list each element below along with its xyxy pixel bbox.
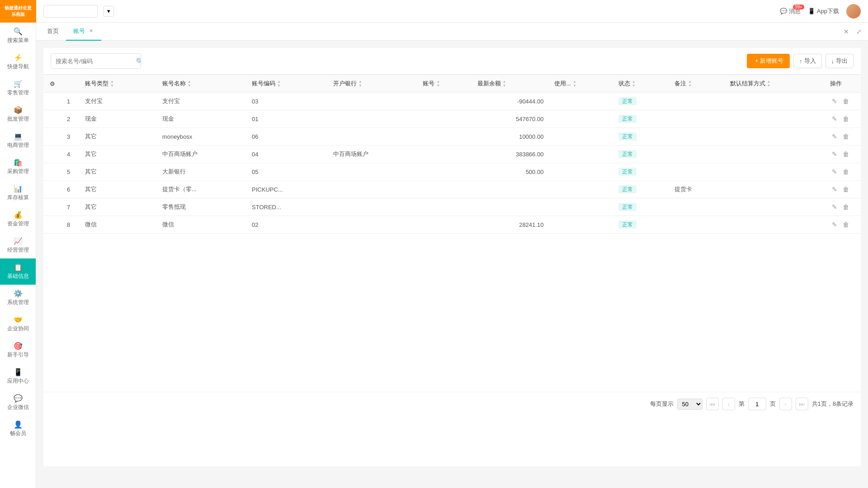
delete-icon[interactable]: 🗑 <box>843 150 849 158</box>
row-account-code: PICKUPC... <box>246 181 328 198</box>
row-operation: ✎ 🗑 <box>825 145 861 163</box>
tab-expand-icon[interactable]: ⤢ <box>854 26 864 37</box>
app-download-button[interactable]: 📱 App下载 <box>808 7 839 15</box>
tab-home[interactable]: 首页 <box>40 23 66 41</box>
header-left: ▾ <box>43 5 114 18</box>
row-settings <box>43 216 61 234</box>
sidebar-item-operations-mgmt[interactable]: 📈 经营管理 <box>0 232 36 258</box>
table-row: 8 微信 微信 02 28241.10 正常 ✎ 🗑 <box>43 216 861 234</box>
prev-page-button[interactable]: ‹ <box>722 398 735 410</box>
page-size-select[interactable]: 50 20 100 <box>677 399 703 410</box>
row-num: 5 <box>61 163 80 181</box>
message-badge: 99+ <box>793 5 804 9</box>
row-num: 4 <box>61 145 80 163</box>
col-remark[interactable]: 备注▲▼ <box>669 75 724 93</box>
col-open-bank[interactable]: 开户银行▲▼ <box>328 75 417 93</box>
col-default-settlement[interactable]: 默认结算方式▲▼ <box>725 75 825 93</box>
edit-icon[interactable]: ✎ <box>832 186 837 193</box>
new-guide-icon: 🎯 <box>2 342 34 350</box>
message-button[interactable]: 💬 消息 99+ <box>780 7 801 15</box>
edit-icon[interactable]: ✎ <box>832 203 837 211</box>
edit-icon[interactable]: ✎ <box>832 221 837 228</box>
row-operation: ✎ 🗑 <box>825 110 861 128</box>
col-account-no[interactable]: 账号▲▼ <box>417 75 472 93</box>
sidebar-item-purchase-mgmt[interactable]: 🛍️ 采购管理 <box>0 154 36 180</box>
chevron-down-icon: ▾ <box>107 8 110 14</box>
top-header: ▾ 💬 消息 99+ 📱 App下载 <box>36 0 868 23</box>
add-account-button[interactable]: + 新增账号 <box>747 54 790 68</box>
col-account-type[interactable]: 账号类型▲▼ <box>80 75 157 93</box>
sidebar-item-retail-mgmt[interactable]: 🛒 零售管理 <box>0 75 36 101</box>
sidebar-item-new-guide[interactable]: 🎯 新手引导 <box>0 337 36 363</box>
row-num: 1 <box>61 93 80 110</box>
table-row: 6 其它 提货卡（零... PICKUPC... 正常 提货卡 ✎ 🗑 <box>43 181 861 198</box>
export-button[interactable]: ↓ 导出 <box>826 54 854 68</box>
delete-icon[interactable]: 🗑 <box>843 115 849 122</box>
sidebar-item-capital-mgmt[interactable]: 💰 资金管理 <box>0 206 36 232</box>
col-account-code[interactable]: 账号编码▲▼ <box>246 75 328 93</box>
sidebar-item-enterprise-agreement[interactable]: 🤝 企业协同 <box>0 311 36 337</box>
quick-nav-icon: ⚡ <box>2 53 34 62</box>
search-menu-icon: 🔍 <box>2 27 34 36</box>
sidebar-item-basic-info[interactable]: 📋 基础信息 <box>0 258 36 285</box>
edit-icon[interactable]: ✎ <box>832 98 837 105</box>
row-latest-balance: 10000.00 <box>472 128 549 145</box>
tab-account[interactable]: 账号 ✕ <box>66 23 101 41</box>
sidebar-item-member[interactable]: 👤 畅会员 <box>0 416 36 442</box>
row-remark <box>669 110 724 128</box>
col-usage[interactable]: 使用...▲▼ <box>549 75 613 93</box>
col-num <box>61 75 80 93</box>
top-search-input[interactable] <box>43 5 98 18</box>
next-page-button[interactable]: › <box>779 398 792 410</box>
edit-icon[interactable]: ✎ <box>832 150 837 158</box>
tab-close-all-icon[interactable]: ✕ <box>841 26 852 37</box>
sidebar-item-ecommerce-mgmt[interactable]: 💻 电商管理 <box>0 127 36 154</box>
row-latest-balance: 28241.10 <box>472 216 549 234</box>
user-avatar[interactable] <box>846 4 861 19</box>
sidebar-item-enterprise-wechat[interactable]: 💬 企业微信 <box>0 389 36 416</box>
row-account-type: 其它 <box>80 128 157 145</box>
col-latest-balance[interactable]: 最新余额▲▼ <box>472 75 549 93</box>
last-page-button[interactable]: ⏭ <box>796 398 808 410</box>
delete-icon[interactable]: 🗑 <box>843 98 849 105</box>
import-button[interactable]: ↑ 导入 <box>793 54 822 68</box>
row-status: 正常 <box>613 163 669 181</box>
col-account-name[interactable]: 账号名称▲▼ <box>157 75 246 93</box>
search-input[interactable] <box>51 55 136 67</box>
row-usage <box>549 181 613 198</box>
edit-icon[interactable]: ✎ <box>832 133 837 140</box>
sidebar-item-inventory[interactable]: 📊 库存核算 <box>0 180 36 206</box>
row-settings <box>43 110 61 128</box>
delete-icon[interactable]: 🗑 <box>843 221 849 228</box>
row-default-settlement <box>725 128 825 145</box>
row-operation: ✎ 🗑 <box>825 163 861 181</box>
total-info: 共1页，8条记录 <box>812 400 854 408</box>
row-open-bank <box>328 216 417 234</box>
sidebar-item-wholesale-mgmt[interactable]: 📦 批发管理 <box>0 101 36 127</box>
account-tab-close[interactable]: ✕ <box>88 28 94 34</box>
basic-info-icon: 📋 <box>2 263 34 272</box>
col-status[interactable]: 状态▲▼ <box>613 75 669 93</box>
edit-icon[interactable]: ✎ <box>832 168 837 175</box>
toolbar-right: + 新增账号 ↑ 导入 ↓ 导出 <box>747 54 854 68</box>
sidebar-item-search-menu[interactable]: 🔍 搜索菜单 <box>0 23 36 49</box>
page-input[interactable] <box>748 398 766 410</box>
dropdown-button[interactable]: ▾ <box>103 6 114 17</box>
search-button[interactable]: 🔍 <box>136 54 141 68</box>
row-usage <box>549 93 613 110</box>
col-settings[interactable]: ⚙ <box>43 75 61 93</box>
row-default-settlement <box>725 110 825 128</box>
delete-icon[interactable]: 🗑 <box>843 186 849 193</box>
page-label2: 页 <box>770 400 776 408</box>
delete-icon[interactable]: 🗑 <box>843 168 849 175</box>
sidebar-item-quick-nav[interactable]: ⚡ 快捷导航 <box>0 49 36 75</box>
delete-icon[interactable]: 🗑 <box>843 133 849 140</box>
sidebar-item-app-center[interactable]: 📱 应用中心 <box>0 363 36 389</box>
first-page-button[interactable]: ⏮ <box>706 398 719 410</box>
main-area: ▾ 💬 消息 99+ 📱 App下载 首页 账号 ✕ ✕ ⤢ <box>36 0 868 488</box>
table-row: 5 其它 大新银行 05 500.00 正常 ✎ 🗑 <box>43 163 861 181</box>
sidebar-item-system-mgmt[interactable]: ⚙️ 系统管理 <box>0 285 36 311</box>
delete-icon[interactable]: 🗑 <box>843 203 849 211</box>
edit-icon[interactable]: ✎ <box>832 115 837 122</box>
row-num: 3 <box>61 128 80 145</box>
